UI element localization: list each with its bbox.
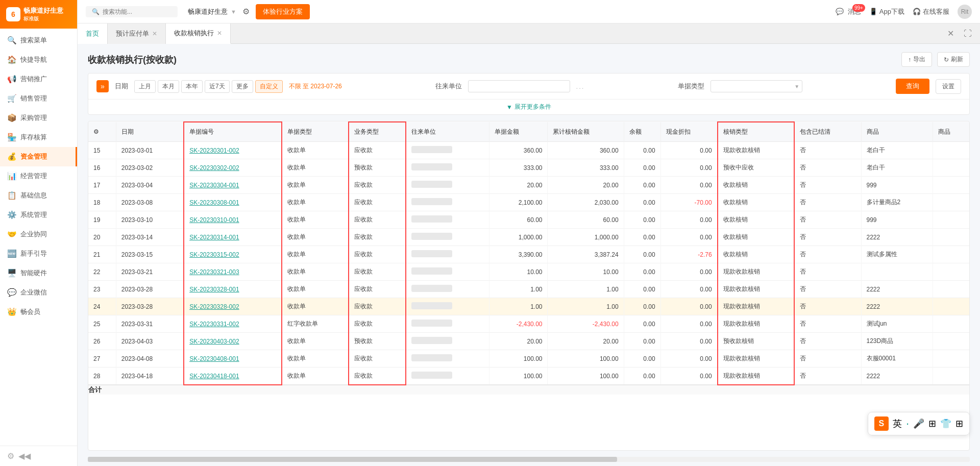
- table-row: 25 2023-03-31 SK-20230331-002 红字收款单 应收款 …: [88, 315, 969, 333]
- col-header-date[interactable]: 日期: [116, 122, 184, 142]
- col-header-cash-discount[interactable]: 现金折扣: [660, 122, 717, 142]
- refresh-button[interactable]: ↻ 刷新: [937, 52, 970, 67]
- cell-bill-no: SK-20230302-002: [184, 159, 281, 177]
- col-header-writeoff-type[interactable]: 核销类型: [718, 122, 795, 142]
- bill-no-link[interactable]: SK-20230408-001: [189, 355, 239, 362]
- solution-button[interactable]: 体验行业方案: [256, 4, 310, 19]
- bill-no-link[interactable]: SK-20230314-001: [189, 234, 239, 241]
- watermark-shirt-icon[interactable]: 👕: [940, 418, 951, 429]
- gear-icon[interactable]: ⚙: [242, 7, 250, 16]
- maximize-icon[interactable]: ⛶: [961, 27, 975, 41]
- cell-total-writeoff: 1.00: [548, 298, 624, 315]
- search-icon: 🔍: [92, 8, 100, 15]
- online-service[interactable]: 🎧 在线客服: [913, 7, 949, 16]
- sidebar-item-system[interactable]: ⚙️系统管理: [0, 205, 77, 225]
- cell-bill-no: SK-20230304-001: [184, 177, 281, 194]
- bill-no-link[interactable]: SK-20230310-001: [189, 216, 239, 224]
- bill-type-select[interactable]: [710, 80, 802, 92]
- bill-no-link[interactable]: SK-20230403-002: [189, 338, 239, 345]
- col-header-include-settled[interactable]: 包含已结清: [794, 122, 861, 142]
- cell-bill-type: 收款单: [282, 211, 349, 229]
- app-download[interactable]: 📱 App下载: [869, 7, 904, 16]
- bill-no-link[interactable]: SK-20230302-002: [189, 164, 239, 171]
- this-year-btn[interactable]: 本年: [181, 80, 203, 93]
- sidebar-item-finance[interactable]: 💰资金管理: [0, 147, 77, 166]
- cell-no: 16: [88, 159, 116, 177]
- sidebar-item-enterprise[interactable]: 🤝企业协同: [0, 225, 77, 244]
- sidebar-item-marketing[interactable]: 📢营销推广: [0, 69, 77, 89]
- col-header-bill-type[interactable]: 单据类型: [282, 122, 349, 142]
- tab-prepay-close[interactable]: ✕: [152, 30, 157, 37]
- sidebar-item-quick[interactable]: 🏠快捷导航: [0, 50, 77, 69]
- col-header-goods2[interactable]: 商品: [933, 122, 969, 142]
- col-header-balance[interactable]: 余额: [624, 122, 660, 142]
- bill-no-link[interactable]: SK-20230304-001: [189, 182, 239, 189]
- col-header-biz-type[interactable]: 业务类型: [349, 122, 406, 142]
- cell-partner: [406, 159, 489, 177]
- custom-date-btn[interactable]: 自定义: [255, 80, 283, 93]
- cell-balance: 0.00: [624, 263, 660, 281]
- last-month-btn[interactable]: 上月: [134, 80, 156, 93]
- last-7-days-btn[interactable]: 近7天: [205, 80, 230, 93]
- tab-receipt-writeoff[interactable]: 收款核销执行 ✕: [166, 23, 231, 44]
- col-header-gear[interactable]: ⚙: [88, 122, 116, 142]
- close-tab-icon[interactable]: ✕: [943, 27, 958, 41]
- partner-filter-input[interactable]: [468, 80, 570, 92]
- cell-balance: 0.00: [624, 281, 660, 298]
- cell-include-settled: 否: [794, 142, 861, 159]
- watermark-grid-icon[interactable]: ⊞: [928, 418, 936, 429]
- sidebar-item-hardware[interactable]: 🖥️智能硬件: [0, 263, 77, 283]
- sidebar-item-operations[interactable]: 📊经营管理: [0, 166, 77, 186]
- bill-no-link[interactable]: SK-20230331-002: [189, 321, 239, 328]
- cell-balance: 0.00: [624, 159, 660, 177]
- watermark-text-icon[interactable]: 英: [893, 418, 902, 430]
- user-avatar[interactable]: Rit: [958, 5, 972, 19]
- cell-partner: [406, 315, 489, 333]
- tab-prepay[interactable]: 预计应付单 ✕: [108, 23, 166, 44]
- more-date-btn[interactable]: 更多: [232, 80, 253, 93]
- settings-icon[interactable]: ⚙: [7, 451, 14, 461]
- horizontal-scrollbar[interactable]: [88, 457, 617, 462]
- sidebar-item-search[interactable]: 🔍搜索菜单: [0, 31, 77, 50]
- chevron-down-icon[interactable]: ▼: [231, 9, 236, 15]
- search-input[interactable]: [103, 8, 172, 15]
- bill-no-link[interactable]: SK-20230315-002: [189, 251, 239, 258]
- watermark-mic-icon[interactable]: 🎤: [913, 418, 924, 429]
- cell-writeoff-type: 现款收款核销: [718, 263, 795, 281]
- export-button[interactable]: ↑ 导出: [901, 52, 932, 67]
- cell-bill-amount: -2,430.00: [489, 315, 548, 333]
- bill-no-link[interactable]: SK-20230328-001: [189, 286, 239, 293]
- sidebar-item-sales[interactable]: 🛒销售管理: [0, 89, 77, 108]
- sidebar-item-basic[interactable]: 📋基础信息: [0, 186, 77, 205]
- cell-bill-type: 收款单: [282, 229, 349, 246]
- col-header-total-writeoff[interactable]: 累计核销金额: [548, 122, 624, 142]
- col-header-bill-no[interactable]: 单据编号: [184, 122, 281, 142]
- filter-expand-button[interactable]: »: [96, 80, 109, 92]
- watermark-apps-icon[interactable]: ⊞: [955, 418, 963, 429]
- bill-no-link[interactable]: SK-20230328-002: [189, 303, 239, 310]
- message-badge[interactable]: 💬 消息 99+: [836, 7, 861, 16]
- sidebar-item-guide[interactable]: 🆕新手引导: [0, 244, 77, 263]
- this-month-btn[interactable]: 本月: [158, 80, 179, 93]
- tab-home[interactable]: 首页: [78, 23, 108, 44]
- query-button[interactable]: 查询: [896, 79, 929, 94]
- bill-no-link[interactable]: SK-20230418-001: [189, 373, 239, 380]
- cell-no: 25: [88, 315, 116, 333]
- sidebar-item-member[interactable]: 👑畅会员: [0, 302, 77, 322]
- finance-icon: 💰: [7, 152, 16, 161]
- cell-cash-discount: -2.76: [660, 246, 717, 263]
- bill-no-link[interactable]: SK-20230308-001: [189, 199, 239, 206]
- col-header-bill-amount[interactable]: 单据金额: [489, 122, 548, 142]
- bill-no-link[interactable]: SK-20230301-002: [189, 147, 239, 154]
- bill-no-link[interactable]: SK-20230321-003: [189, 268, 239, 276]
- sidebar-item-purchase[interactable]: 📦采购管理: [0, 108, 77, 128]
- collapse-icon[interactable]: ◀◀: [18, 451, 31, 461]
- sidebar-item-wechat[interactable]: 💬企业微信: [0, 283, 77, 302]
- col-header-goods[interactable]: 商品: [861, 122, 933, 142]
- col-header-partner[interactable]: 往来单位: [406, 122, 489, 142]
- cell-total-writeoff: 10.00: [548, 263, 624, 281]
- tab-receipt-writeoff-close[interactable]: ✕: [217, 30, 222, 37]
- expand-more-conditions[interactable]: ▼ 展开更多条件: [88, 100, 969, 114]
- filter-settings-button[interactable]: 设置: [936, 79, 961, 94]
- sidebar-item-inventory[interactable]: 🏪库存核算: [0, 128, 77, 147]
